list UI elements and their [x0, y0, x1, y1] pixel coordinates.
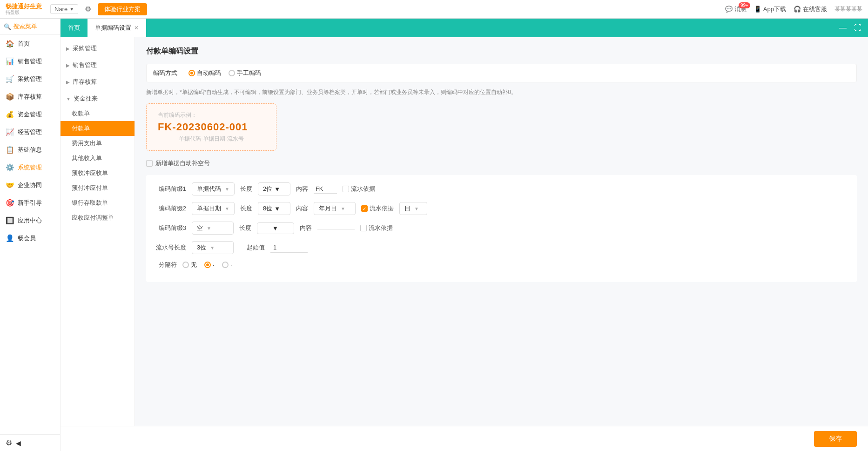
sep-other-radio[interactable] — [222, 262, 229, 268]
auto-encode-radio[interactable] — [188, 70, 195, 76]
sidebar-bottom: ⚙ ◀ — [0, 434, 60, 451]
serial2-checkbox[interactable]: ✓ — [361, 205, 368, 212]
message-button[interactable]: 💬 消息 99+ — [725, 5, 747, 13]
sec-item-adjust[interactable]: 应收应付调整单 — [61, 210, 135, 225]
save-button[interactable]: 保存 — [814, 431, 857, 447]
prefix1-arrow-icon: ▼ — [225, 187, 229, 192]
sec-group-header-purchase[interactable]: ▶ 采购管理 — [61, 41, 135, 56]
serial-length-label: 流水号长度 — [154, 243, 186, 252]
prefix3-label: 编码前缀3 — [154, 224, 186, 232]
length3-value — [262, 225, 270, 232]
settings-icon[interactable]: ⚙ — [82, 4, 94, 14]
tab-home[interactable]: 首页 — [61, 19, 87, 37]
length1-select[interactable]: 2位 ▼ — [258, 182, 290, 195]
service-button[interactable]: 🎧 在线客服 — [794, 5, 827, 13]
sec-group-sales: ▶ 销售管理 — [61, 58, 135, 73]
prefix3-row: 编码前缀3 空 ▼ 长度 ▼ 内容 — [154, 222, 849, 235]
message-icon: 💬 — [725, 6, 733, 13]
trial-button[interactable]: 体验行业方案 — [98, 3, 147, 15]
encoding-method-row: 编码方式 自动编码 手工编码 — [146, 64, 857, 82]
chevron-right-icon: ▶ — [66, 46, 70, 51]
app-icon: 📱 — [754, 6, 761, 13]
prefix1-row: 编码前缀1 单据代码 ▼ 长度 2位 ▼ 内容 FK — [154, 182, 849, 195]
prefix3-select[interactable]: 空 ▼ — [192, 222, 234, 235]
chevron-right-icon3: ▶ — [66, 80, 70, 85]
sidebar-item-enterprise[interactable]: 🤝 企业协同 — [0, 176, 60, 194]
start-value-input[interactable] — [270, 242, 308, 253]
sidebar-collapse-icon[interactable]: ◀ — [16, 439, 21, 447]
sidebar-item-sales[interactable]: 📊 销售管理 — [0, 53, 60, 70]
search-menu-button[interactable]: 🔍 搜索菜单 — [0, 19, 60, 35]
left-sidebar: 🔍 搜索菜单 🏠 首页 📊 销售管理 🛒 采购管理 📦 库存核算 💰 资金管理 … — [0, 19, 61, 451]
sidebar-item-member[interactable]: 👤 畅会员 — [0, 229, 60, 247]
serial-length-row: 流水号长度 3位 ▼ 起始值 — [154, 241, 849, 254]
tabbar-minimize-button[interactable]: — — [836, 23, 849, 33]
serial3-checkbox[interactable] — [360, 225, 367, 231]
serial2-label: 流水依据 — [370, 204, 394, 213]
sidebar-item-purchase[interactable]: 🛒 采购管理 — [0, 70, 60, 88]
manual-encode-radio[interactable] — [229, 70, 235, 76]
sec-item-receipt[interactable]: 收款单 — [61, 106, 135, 121]
prefix1-select[interactable]: 单据代码 ▼ — [192, 182, 235, 195]
sidebar-settings-icon[interactable]: ⚙ — [6, 438, 12, 447]
form-section: 编码前缀1 单据代码 ▼ 长度 2位 ▼ 内容 FK — [146, 175, 857, 282]
sec-group-purchase: ▶ 采购管理 — [61, 41, 135, 56]
user-info[interactable]: 某某某某某 — [834, 5, 862, 13]
info-text: 新增单据时，*单据编码*自动生成，不可编辑，前缀设置为部门、业务员等档案类，开单… — [146, 88, 857, 97]
serial-length-select[interactable]: 3位 ▼ — [192, 241, 234, 254]
sidebar-item-guide[interactable]: 🎯 新手引导 — [0, 194, 60, 212]
tabbar-maximize-button[interactable]: ⛶ — [851, 23, 864, 33]
preview-box: 当前编码示例： FK-20230602-001 单据代码-单据日期-流水号 — [146, 103, 276, 151]
separator-label: 分隔符 — [154, 261, 177, 269]
content2-select[interactable]: 年月日 ▼ — [314, 202, 356, 215]
auto-encode-option[interactable]: 自动编码 — [188, 69, 221, 77]
sidebar-item-basic-info[interactable]: 📋 基础信息 — [0, 141, 60, 159]
separator-row: 分隔符 无 · · — [154, 261, 849, 269]
preview-code: FK-20230602-001 — [158, 121, 265, 133]
sec-item-expense[interactable]: 费用支出单 — [61, 136, 135, 151]
page-title: 付款单编码设置 — [146, 47, 857, 56]
sec-group-header-inventory[interactable]: ▶ 库存核算 — [61, 74, 135, 89]
sep-none-option[interactable]: 无 — [182, 261, 197, 269]
prefix1-label: 编码前缀1 — [154, 185, 186, 193]
tab-encode-settings[interactable]: 单据编码设置 ✕ — [87, 19, 146, 37]
sec-item-other-income[interactable]: 其他收入单 — [61, 151, 135, 166]
prefix2-label: 编码前缀2 — [154, 204, 186, 213]
sidebar-item-operations[interactable]: 📈 经营管理 — [0, 123, 60, 141]
sec-group-header-finance[interactable]: ▼ 资金往来 — [61, 91, 135, 106]
sep-dot-option[interactable]: · — [204, 262, 215, 269]
sidebar-item-app-center[interactable]: 🔲 应用中心 — [0, 212, 60, 229]
company-select[interactable]: Nare ▼ — [50, 4, 78, 14]
enterprise-icon: 🤝 — [6, 181, 14, 189]
sec-item-prepaid-collect[interactable]: 预收冲应收单 — [61, 166, 135, 181]
sec-group-header-sales[interactable]: ▶ 销售管理 — [61, 58, 135, 73]
sep-none-radio[interactable] — [182, 262, 189, 268]
sidebar-item-system[interactable]: ⚙️ 系统管理 — [0, 159, 60, 176]
content2-label: 内容 — [296, 204, 308, 213]
sidebar-item-finance[interactable]: 💰 资金管理 — [0, 106, 60, 123]
length1-label: 长度 — [240, 185, 252, 193]
sec-item-payment[interactable]: 付款单 — [61, 121, 135, 136]
member-icon: 👤 — [6, 234, 14, 242]
preview-label: 当前编码示例： — [158, 111, 265, 119]
serial2-period-select[interactable]: 日 ▼ — [399, 202, 427, 215]
prefix2-select[interactable]: 单据日期 ▼ — [192, 202, 235, 215]
inventory-icon: 📦 — [6, 93, 14, 101]
sep-other-option[interactable]: · — [222, 262, 232, 269]
sec-item-bank[interactable]: 银行存取款单 — [61, 195, 135, 210]
sidebar-item-home[interactable]: 🏠 首页 — [0, 35, 60, 53]
search-icon: 🔍 — [4, 23, 11, 30]
serial1-checkbox[interactable] — [343, 186, 349, 192]
sec-item-prepaid-pay[interactable]: 预付冲应付单 — [61, 181, 135, 195]
app-download-button[interactable]: 📱 App下载 — [754, 5, 786, 13]
length2-select[interactable]: 8位 ▼ — [258, 202, 290, 215]
auto-fill-row: 新增单据自动补空号 — [146, 159, 857, 168]
length3-select[interactable]: ▼ — [257, 222, 294, 234]
sep-dot-radio[interactable] — [204, 262, 211, 268]
sidebar-item-inventory[interactable]: 📦 库存核算 — [0, 88, 60, 106]
content1-label: 内容 — [296, 185, 308, 193]
guide-icon: 🎯 — [6, 199, 14, 207]
manual-encode-option[interactable]: 手工编码 — [229, 69, 261, 77]
auto-fill-checkbox[interactable] — [146, 160, 153, 167]
tab-close-icon[interactable]: ✕ — [134, 25, 139, 31]
